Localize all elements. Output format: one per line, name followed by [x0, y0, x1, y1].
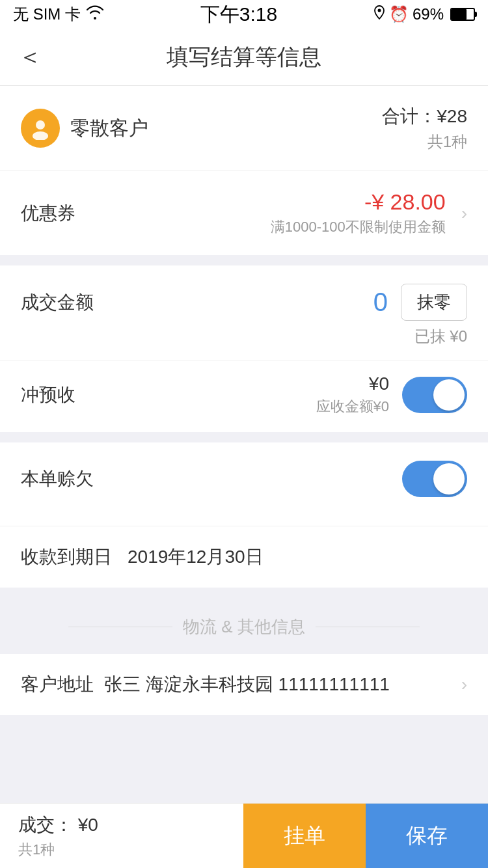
svg-point-1	[36, 120, 45, 129]
svg-point-0	[377, 9, 381, 12]
round-button[interactable]: 抹零	[401, 284, 467, 321]
coupon-chevron-icon: ›	[461, 203, 467, 224]
sim-status: 无 SIM 卡	[13, 4, 81, 25]
duedate-row: 收款到期日 2019年12月30日	[0, 526, 488, 588]
page-title: 填写结算等信息	[167, 42, 321, 72]
status-bar: 无 SIM 卡 下午3:18 ⏰ 69%	[0, 0, 488, 29]
duedate-label: 收款到期日	[21, 545, 112, 569]
prepay-values: ¥0 应收金额¥0	[316, 373, 389, 416]
pending-button[interactable]: 挂单	[243, 804, 366, 869]
status-right: ⏰ 69%	[373, 5, 475, 23]
address-row[interactable]: 客户地址 张三 海淀永丰科技园 11111111111 ›	[0, 654, 488, 715]
prepay-sub: 应收金额¥0	[316, 397, 389, 416]
debt-label: 本单赊欠	[21, 467, 94, 491]
divider-left	[68, 627, 172, 627]
summary-label: 成交：	[18, 815, 73, 835]
transaction-label: 成交金额	[21, 290, 94, 315]
customer-section: 零散客户 合计：¥28 共1种 优惠券 -¥ 28.00 满1000-100不限…	[0, 86, 488, 255]
toggle-knob	[433, 379, 465, 411]
customer-info: 零散客户	[21, 109, 148, 148]
address-value: 张三 海淀永丰科技园 11111111111	[104, 672, 446, 697]
bottom-summary-count: 共1种	[18, 840, 225, 860]
coupon-value: -¥ 28.00	[271, 189, 446, 215]
status-left: 无 SIM 卡	[13, 4, 104, 25]
duedate-value: 2019年12月30日	[128, 545, 264, 569]
back-button[interactable]: ＜	[18, 41, 42, 73]
transaction-value[interactable]: 0	[373, 288, 388, 317]
coupon-sub: 满1000-100不限制使用金额	[271, 217, 446, 237]
transaction-section: 成交金额 0 抹零 已抹 ¥0 冲预收 ¥0 应收金额¥0	[0, 265, 488, 432]
alarm-icon: ⏰	[389, 5, 409, 23]
logistics-text: 物流 & 其他信息	[68, 616, 420, 638]
bottom-summary: 成交： ¥0 共1种	[0, 813, 243, 860]
address-chevron-icon: ›	[461, 674, 467, 695]
prepay-amount: ¥0	[316, 373, 389, 394]
svg-point-2	[33, 131, 48, 140]
bottom-bar: 成交： ¥0 共1种 挂单 保存	[0, 803, 488, 868]
total-amount: 合计：¥28	[382, 104, 467, 129]
logistics-divider: 物流 & 其他信息	[0, 598, 488, 651]
coupon-label: 优惠券	[21, 201, 75, 226]
bottom-summary-main: 成交： ¥0	[18, 813, 225, 837]
prepay-toggle[interactable]	[402, 377, 467, 413]
address-label: 客户地址	[21, 672, 94, 697]
customer-name: 零散客户	[70, 115, 148, 142]
prepay-row: 冲预收 ¥0 应收金额¥0	[0, 360, 488, 432]
total-count: 共1种	[382, 131, 467, 152]
wifi-icon	[86, 5, 104, 23]
transaction-sub: 已抹 ¥0	[21, 321, 467, 360]
battery-percent: 69%	[413, 5, 444, 23]
amount-row: 成交金额 0 抹零	[21, 284, 467, 321]
location-icon	[373, 5, 385, 23]
customer-summary: 合计：¥28 共1种	[382, 104, 467, 152]
customer-row: 零散客户 合计：¥28 共1种	[0, 86, 488, 170]
debt-section: 本单赊欠 收款到期日 2019年12月30日	[0, 442, 488, 588]
debt-row: 本单赊欠	[0, 442, 488, 515]
status-time: 下午3:18	[200, 1, 277, 28]
nav-bar: ＜ 填写结算等信息	[0, 29, 488, 86]
divider-right	[316, 627, 420, 627]
amount-row-wrapper: 成交金额 0 抹零 已抹 ¥0	[0, 265, 488, 360]
battery-icon	[450, 8, 475, 21]
customer-avatar	[21, 109, 60, 148]
prepay-label: 冲预收	[21, 383, 75, 407]
coupon-right: -¥ 28.00 满1000-100不限制使用金额 ›	[271, 189, 467, 237]
summary-amount: ¥0	[78, 815, 98, 835]
logistics-label: 物流 & 其他信息	[183, 616, 305, 638]
save-button[interactable]: 保存	[366, 804, 488, 869]
prepay-right: ¥0 应收金额¥0	[316, 373, 467, 416]
coupon-row[interactable]: 优惠券 -¥ 28.00 满1000-100不限制使用金额 ›	[0, 170, 488, 255]
debt-toggle[interactable]	[402, 461, 467, 497]
debt-toggle-knob	[433, 463, 465, 495]
